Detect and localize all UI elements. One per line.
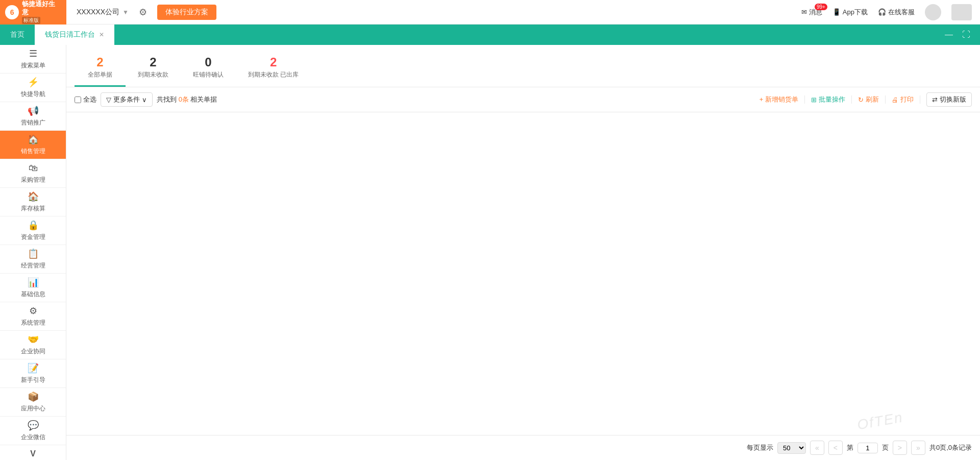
sidebar-label-app-center: 应用中心: [21, 404, 45, 413]
sidebar-label-inventory: 库存核算: [21, 204, 45, 213]
member-icon: V: [30, 449, 36, 458]
basic-info-icon: 📊: [28, 277, 39, 288]
print-button[interactable]: 🖨 打印: [892, 95, 914, 104]
subtab-overdue-out[interactable]: 2 到期未收款 已出库: [236, 51, 311, 87]
content-area: 2 全部单据 2 到期未收款 0 旺铺待确认 2 到期未收款 已出库 全选: [66, 45, 980, 460]
wechat-icon: 💬: [28, 420, 39, 431]
sidebar-label-finance: 资金管理: [21, 233, 45, 241]
subtab-overdue[interactable]: 2 到期未收款: [126, 51, 181, 87]
switch-icon: ⇄: [932, 96, 938, 104]
sidebar-item-inventory[interactable]: 🏠 库存核算: [0, 188, 66, 216]
chevron-down-icon: ▼: [122, 9, 129, 16]
app-download-icon: 📱: [832, 8, 841, 16]
avatar[interactable]: [925, 4, 941, 20]
trial-button[interactable]: 体验行业方案: [157, 5, 216, 20]
add-sales-order-button[interactable]: + 新增销货单: [760, 95, 798, 104]
last-page-button[interactable]: »: [911, 441, 925, 455]
sidebar-label-search-menu: 搜索菜单: [21, 61, 45, 70]
marketing-icon: 📢: [28, 105, 39, 116]
sidebar-item-wechat[interactable]: 💬 企业微信: [0, 417, 66, 445]
logo-badge: 标准版: [22, 16, 61, 24]
main-layout: ☰ 搜索菜单 ⚡ 快捷导航 📢 营销推广 🏠 销售管理 🛍 采购管理 🏠 库存核…: [0, 45, 980, 460]
sidebar-item-finance[interactable]: 🔒 资金管理: [0, 216, 66, 245]
system-icon: ⚙: [29, 305, 37, 317]
top-right-area: ✉ 消息 99+ 📱 App下载 🎧 在线客服: [801, 4, 972, 20]
page-number-input[interactable]: [857, 443, 878, 453]
sidebar-item-quick-nav[interactable]: ⚡ 快捷导航: [0, 74, 66, 102]
message-badge: 99+: [815, 4, 827, 10]
settings-button[interactable]: ⚙: [135, 4, 151, 20]
subtab-all[interactable]: 2 全部单据: [75, 51, 126, 87]
sidebar-label-enterprise: 企业协同: [21, 347, 45, 356]
subtab-pending-count: 0: [205, 55, 211, 69]
nav-tabs: 首页 钱货日清工作台 ✕ — ⛶: [0, 25, 980, 45]
sidebar-item-system[interactable]: ⚙ 系统管理: [0, 302, 66, 331]
sidebar-item-sales[interactable]: 🏠 销售管理: [0, 131, 66, 159]
user-menu[interactable]: [951, 4, 972, 20]
total-records-label: 共0页,0条记录: [929, 443, 972, 452]
sidebar-item-purchase[interactable]: 🛍 采购管理: [0, 159, 66, 188]
sales-icon: 🏠: [28, 134, 39, 145]
subtab-overdue-label: 到期未收款: [138, 70, 168, 79]
logo-icon: 6: [5, 5, 19, 19]
select-all-checkbox[interactable]: 全选: [75, 95, 96, 104]
subtab-pending[interactable]: 0 旺铺待确认: [181, 51, 236, 87]
batch-operation-button[interactable]: ⊞ 批量操作: [811, 95, 845, 104]
sidebar-label-quick-nav: 快捷导航: [21, 90, 45, 99]
subtab-pending-label: 旺铺待确认: [193, 70, 224, 79]
logo-text: 畅捷通好生意 标准版: [22, 0, 61, 24]
subtab-all-label: 全部单据: [88, 70, 112, 79]
divider-1: [804, 95, 805, 104]
sidebar-item-member[interactable]: V 畅会员: [0, 445, 66, 460]
sidebar-label-basic-info: 基础信息: [21, 290, 45, 299]
refresh-button[interactable]: ↻ 刷新: [858, 95, 879, 104]
batch-icon: ⊞: [811, 96, 817, 104]
sidebar-item-guide[interactable]: 📝 新手引导: [0, 359, 66, 388]
tab-home[interactable]: 首页: [0, 25, 35, 45]
tab-cashflow[interactable]: 钱货日清工作台 ✕: [35, 25, 114, 45]
company-selector[interactable]: XXXXXX公司 ▼: [77, 8, 129, 17]
pagination: 每页显示 50 100 200 « < 第 页 > » 共0页,0条记录: [66, 435, 980, 460]
enterprise-icon: 🤝: [28, 334, 39, 345]
maximize-icon[interactable]: ⛶: [959, 27, 974, 42]
toolbar-right: + 新增销货单 ⊞ 批量操作 ↻ 刷新 🖨 打印 ⇄: [760, 92, 972, 107]
page-suffix: 页: [882, 443, 889, 452]
select-all-input[interactable]: [75, 96, 81, 103]
subtab-overdue-out-count: 2: [270, 55, 277, 69]
sidebar-item-operations[interactable]: 📋 经营管理: [0, 245, 66, 274]
refresh-icon: ↻: [858, 96, 864, 104]
sidebar-label-system: 系统管理: [21, 319, 45, 327]
sidebar-item-marketing[interactable]: 📢 营销推广: [0, 102, 66, 131]
sidebar: ☰ 搜索菜单 ⚡ 快捷导航 📢 营销推广 🏠 销售管理 🛍 采购管理 🏠 库存核…: [0, 45, 66, 460]
message-icon: ✉: [801, 8, 807, 16]
app-download-button[interactable]: 📱 App下载: [832, 8, 868, 17]
first-page-button[interactable]: «: [810, 441, 824, 455]
next-page-button[interactable]: >: [893, 441, 907, 455]
page-label: 第: [847, 443, 853, 452]
nav-tab-actions: — ⛶: [941, 27, 980, 42]
search-menu-icon: ☰: [29, 48, 37, 59]
message-button[interactable]: ✉ 消息 99+: [801, 8, 822, 17]
online-service-button[interactable]: 🎧 在线客服: [878, 8, 915, 17]
switch-version-button[interactable]: ⇄ 切换新版: [926, 92, 972, 107]
subtab-all-count: 2: [96, 55, 103, 69]
tab-home-label: 首页: [10, 30, 24, 39]
quick-nav-icon: ⚡: [28, 77, 39, 88]
sidebar-item-basic-info[interactable]: 📊 基础信息: [0, 274, 66, 302]
sidebar-label-sales: 销售管理: [21, 147, 45, 156]
minimize-icon[interactable]: —: [941, 27, 957, 42]
logo-area: 6 畅捷通好生意 标准版: [0, 0, 66, 25]
sidebar-item-app-center[interactable]: 📦 应用中心: [0, 388, 66, 417]
app-center-icon: 📦: [28, 391, 39, 402]
tab-cashflow-label: 钱货日清工作台: [45, 30, 95, 39]
operations-icon: 📋: [28, 248, 39, 259]
sub-tabs: 2 全部单据 2 到期未收款 0 旺铺待确认 2 到期未收款 已出库: [66, 45, 980, 87]
tab-close-icon[interactable]: ✕: [99, 31, 104, 38]
per-page-select[interactable]: 50 100 200: [777, 442, 806, 454]
print-icon: 🖨: [892, 96, 898, 104]
more-filter-button[interactable]: ▽ 更多条件 ∨: [101, 92, 153, 107]
divider-2: [851, 95, 852, 104]
sidebar-item-search-menu[interactable]: ☰ 搜索菜单: [0, 45, 66, 74]
prev-page-button[interactable]: <: [828, 441, 843, 455]
sidebar-item-enterprise[interactable]: 🤝 企业协同: [0, 331, 66, 359]
